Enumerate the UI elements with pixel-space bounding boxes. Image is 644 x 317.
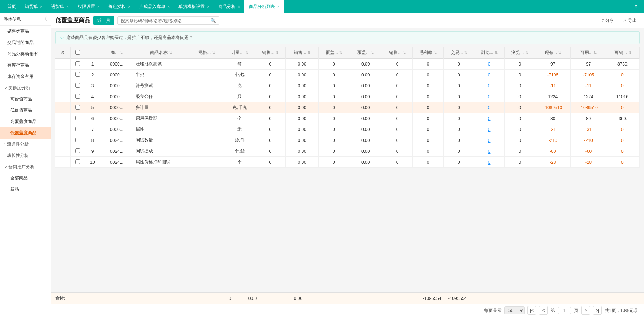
search-input[interactable] <box>121 18 210 23</box>
close-analysis-list-icon[interactable]: × <box>277 4 279 9</box>
cell-trade: 0 <box>443 124 474 135</box>
col-name[interactable]: 商品名称 ⇅ <box>133 47 189 59</box>
sidebar-item-sales-goods[interactable]: 销售类商品 <box>0 26 51 37</box>
row-checkbox[interactable] <box>75 159 80 164</box>
col-browse1[interactable]: 浏览... ⇅ <box>474 47 504 59</box>
col-current-stock[interactable]: 现有... ⇅ <box>535 47 571 59</box>
nav-product-storage[interactable]: 产成品入库单 × <box>135 0 174 13</box>
cell-cover-count: 0 <box>318 135 349 146</box>
table-container: ⚙ 商... ⇅ 商品名称 ⇅ 规格... ⇅ 计量... ⇅ 销售... ⇅ … <box>51 47 644 292</box>
sidebar-item-traded-goods[interactable]: 交易过的商品 <box>0 37 51 48</box>
cell-browse1[interactable]: 0 <box>474 80 504 91</box>
col-cover-rate[interactable]: 覆盖... ⇅ <box>349 47 382 59</box>
cell-current-stock: -60 <box>535 146 571 157</box>
sidebar-section-growth[interactable]: › 成长性分析 <box>0 150 51 161</box>
sidebar-item-low-coverage[interactable]: 低覆盖度商品 <box>0 127 51 139</box>
first-page-button[interactable]: |< <box>527 306 536 315</box>
row-checkbox[interactable] <box>75 83 80 88</box>
sidebar-item-category-turnover[interactable]: 商品分类动销率 <box>0 48 51 60</box>
sidebar-item-new-goods[interactable]: 新品 <box>0 184 51 195</box>
row-checkbox[interactable] <box>75 116 80 120</box>
col-spec[interactable]: 规格... ⇅ <box>189 47 224 59</box>
table-row: 9 0024... 测试提成 个,袋 0 0.00 0 0.00 0 0 0 0… <box>55 146 640 157</box>
nav-home[interactable]: 首页 <box>3 0 20 13</box>
col-code[interactable]: 商... ⇅ <box>100 47 133 59</box>
page-size-select[interactable]: 50 100 200 <box>504 306 525 314</box>
nav-permission-settings[interactable]: 权限设置 × <box>73 0 104 13</box>
col-gross-rate[interactable]: 毛利率 ⇅ <box>413 47 443 59</box>
arrow-icon: ∨ <box>4 86 7 90</box>
cell-sales-count: 0 <box>255 91 286 102</box>
row-checkbox[interactable] <box>75 148 80 153</box>
nav-role-auth[interactable]: 角色授权 × <box>104 0 134 13</box>
footer-label: 合计: <box>55 295 68 301</box>
sidebar-section-cluster[interactable]: ∨ 类群度分析 <box>0 82 51 94</box>
sidebar-item-high-coverage[interactable]: 高覆盖度商品 <box>0 116 51 127</box>
col-sales-amount[interactable]: 销售... ⇅ <box>286 47 319 59</box>
sidebar-collapse-button[interactable]: 《 <box>42 16 47 23</box>
nav-product-analysis-list[interactable]: 商品分析列表 × <box>244 0 284 13</box>
cell-cover-rate: 0.00 <box>349 124 382 135</box>
sidebar-item-capital[interactable]: 库存资金占用 <box>0 71 51 82</box>
sidebar-section-liquidity[interactable]: › 流通性分析 <box>0 139 51 150</box>
cell-spec <box>189 124 224 135</box>
col-browse2[interactable]: 浏览... ⇅ <box>504 47 535 59</box>
last-page-button[interactable]: >| <box>593 306 602 315</box>
export-button[interactable]: ↗ 导出 <box>620 16 640 25</box>
close-role-auth-icon[interactable]: × <box>128 4 130 9</box>
cell-checkbox <box>71 113 85 124</box>
nav-template-settings[interactable]: 单据模板设置 × <box>174 0 213 13</box>
cell-cover-rate: 0.00 <box>349 59 382 70</box>
sidebar-item-all-goods[interactable]: 全部商品 <box>0 173 51 184</box>
close-product-analysis-icon[interactable]: × <box>238 4 240 9</box>
row-checkbox[interactable] <box>75 138 80 142</box>
col-saleable[interactable]: 可销... ⇅ <box>606 47 640 59</box>
cell-trade: 0 <box>443 113 474 124</box>
close-permission-icon[interactable]: × <box>97 4 99 9</box>
next-page-button[interactable]: > <box>581 306 590 315</box>
row-checkbox[interactable] <box>75 105 80 110</box>
filter-near-month-button[interactable]: 近一月 <box>93 16 114 25</box>
cell-browse1[interactable]: 0 <box>474 70 504 80</box>
col-sales-days[interactable]: 销售... ⇅ <box>382 47 413 59</box>
close-sales-order-icon[interactable]: × <box>40 4 42 9</box>
nav-sales-order[interactable]: 销货单 × <box>20 0 47 13</box>
sidebar-item-high-value[interactable]: 高价值商品 <box>0 94 51 105</box>
sidebar-item-in-stock[interactable]: 有库存商品 <box>0 60 51 71</box>
page-number-input[interactable] <box>558 307 571 314</box>
cell-browse2: 0 <box>504 80 535 91</box>
row-checkbox[interactable] <box>75 61 80 66</box>
cell-browse1[interactable]: 0 <box>474 124 504 135</box>
col-cover-count[interactable]: 覆盖... ⇅ <box>318 47 349 59</box>
cell-browse1[interactable]: 0 <box>474 59 504 70</box>
col-trade[interactable]: 交易... ⇅ <box>443 47 474 59</box>
cell-cover-rate: 0.00 <box>349 70 382 80</box>
cell-browse1[interactable]: 0 <box>474 135 504 146</box>
cell-browse1[interactable]: 0 <box>474 113 504 124</box>
cell-browse1[interactable]: 0 <box>474 102 504 113</box>
close-purchase-order-icon[interactable]: × <box>66 4 68 9</box>
cell-browse1[interactable]: 0 <box>474 91 504 102</box>
cell-browse1[interactable]: 0 <box>474 146 504 157</box>
nav-purchase-order[interactable]: 进货单 × <box>47 0 73 13</box>
row-checkbox[interactable] <box>75 72 80 77</box>
col-unit[interactable]: 计量... ⇅ <box>224 47 255 59</box>
share-button[interactable]: ⤴ 分享 <box>599 16 617 25</box>
col-settings[interactable]: ⚙ <box>55 47 71 59</box>
close-all-button[interactable]: × <box>631 1 641 12</box>
cell-saleable: 0: <box>606 146 640 157</box>
sidebar-item-low-value[interactable]: 低价值商品 <box>0 105 51 116</box>
sidebar-section-marketing[interactable]: ∨ 营销推广分析 <box>0 161 51 173</box>
col-available[interactable]: 可用... ⇅ <box>571 47 606 59</box>
row-checkbox[interactable] <box>75 94 80 99</box>
content-header: 低覆盖度商品 近一月 🔍 ⤴ 分享 ↗ 导出 <box>51 13 644 28</box>
row-checkbox[interactable] <box>75 127 80 131</box>
select-all-checkbox[interactable] <box>75 50 80 55</box>
close-template-icon[interactable]: × <box>207 4 209 9</box>
col-sales-count[interactable]: 销售... ⇅ <box>255 47 286 59</box>
cell-browse1[interactable]: 0 <box>474 157 504 168</box>
cell-name: 测试数量 <box>133 135 189 146</box>
nav-product-analysis[interactable]: 商品分析 × <box>214 0 244 13</box>
prev-page-button[interactable]: < <box>539 306 548 315</box>
close-product-storage-icon[interactable]: × <box>168 4 170 9</box>
